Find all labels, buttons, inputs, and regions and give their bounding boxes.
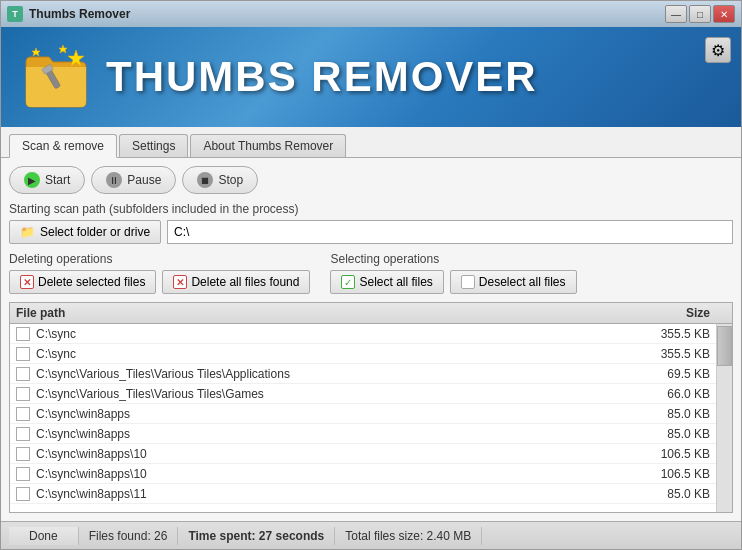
minimize-button[interactable]: — bbox=[665, 5, 687, 23]
select-folder-button[interactable]: 📁 Select folder or drive bbox=[9, 220, 161, 244]
scrollbar-thumb[interactable] bbox=[717, 326, 732, 366]
file-checkbox[interactable] bbox=[16, 347, 30, 361]
selecting-ops-section: Selecting operations ✓ Select all files … bbox=[330, 252, 576, 294]
file-path: C:\sync\win8apps\10 bbox=[36, 467, 630, 481]
deleting-ops-buttons: ✕ Delete selected files ✕ Delete all fil… bbox=[9, 270, 310, 294]
file-checkbox[interactable] bbox=[16, 467, 30, 481]
header-banner: THUMBS REMOVER ⚙ bbox=[1, 27, 741, 127]
status-bar: Done Files found: 26 Time spent: 27 seco… bbox=[1, 521, 741, 549]
delete-selected-icon: ✕ bbox=[20, 275, 34, 289]
col-path-header: File path bbox=[16, 306, 630, 320]
start-icon: ▶ bbox=[24, 172, 40, 188]
file-list-body[interactable]: C:\sync 355.5 KB C:\sync 355.5 KB C:\syn… bbox=[10, 324, 716, 512]
tab-settings[interactable]: Settings bbox=[119, 134, 188, 157]
file-path: C:\sync bbox=[36, 347, 630, 361]
folder-icon: 📁 bbox=[20, 225, 35, 239]
file-checkbox[interactable] bbox=[16, 487, 30, 501]
file-path: C:\sync\win8apps\11 bbox=[36, 487, 630, 501]
file-checkbox[interactable] bbox=[16, 427, 30, 441]
deselect-all-label: Deselect all files bbox=[479, 275, 566, 289]
file-size: 355.5 KB bbox=[630, 327, 710, 341]
pause-icon: ⏸ bbox=[106, 172, 122, 188]
select-all-icon: ✓ bbox=[341, 275, 355, 289]
stop-label: Stop bbox=[218, 173, 243, 187]
selecting-ops-buttons: ✓ Select all files Deselect all files bbox=[330, 270, 576, 294]
file-checkbox[interactable] bbox=[16, 367, 30, 381]
table-row[interactable]: C:\sync\win8apps 85.0 KB bbox=[10, 404, 716, 424]
app-logo-icon bbox=[21, 42, 91, 112]
delete-all-button[interactable]: ✕ Delete all files found bbox=[162, 270, 310, 294]
tab-about[interactable]: About Thumbs Remover bbox=[190, 134, 346, 157]
deselect-all-icon bbox=[461, 275, 475, 289]
select-all-button[interactable]: ✓ Select all files bbox=[330, 270, 443, 294]
maximize-button[interactable]: □ bbox=[689, 5, 711, 23]
delete-selected-button[interactable]: ✕ Delete selected files bbox=[9, 270, 156, 294]
status-files-found: Files found: 26 bbox=[79, 527, 179, 545]
table-row[interactable]: C:\sync 355.5 KB bbox=[10, 344, 716, 364]
file-path: C:\sync\win8apps bbox=[36, 407, 630, 421]
close-button[interactable]: ✕ bbox=[713, 5, 735, 23]
scrollbar[interactable] bbox=[716, 324, 732, 512]
title-bar: T Thumbs Remover — □ ✕ bbox=[1, 1, 741, 27]
main-window: T Thumbs Remover — □ ✕ bbox=[0, 0, 742, 550]
stop-icon: ⏹ bbox=[197, 172, 213, 188]
status-done: Done bbox=[9, 527, 79, 545]
app-title: THUMBS REMOVER bbox=[106, 53, 538, 101]
table-row[interactable]: C:\sync\win8apps 85.0 KB bbox=[10, 424, 716, 444]
status-total-size: Total files size: 2.40 MB bbox=[335, 527, 482, 545]
selecting-ops-label: Selecting operations bbox=[330, 252, 576, 266]
file-path: C:\sync bbox=[36, 327, 630, 341]
scan-path-row: 📁 Select folder or drive bbox=[9, 220, 733, 244]
file-checkbox[interactable] bbox=[16, 447, 30, 461]
logo-area: THUMBS REMOVER bbox=[21, 42, 538, 112]
status-time-spent: Time spent: 27 seconds bbox=[178, 527, 335, 545]
scan-path-section: Starting scan path (subfolders included … bbox=[9, 202, 733, 244]
file-size: 355.5 KB bbox=[630, 347, 710, 361]
file-checkbox[interactable] bbox=[16, 327, 30, 341]
table-row[interactable]: C:\sync\Various_Tiles\Various Tiles\Game… bbox=[10, 384, 716, 404]
file-path: C:\sync\win8apps\10 bbox=[36, 447, 630, 461]
svg-text:T: T bbox=[12, 9, 18, 19]
table-row[interactable]: C:\sync\win8apps\11 85.0 KB bbox=[10, 484, 716, 504]
table-row[interactable]: C:\sync\Various_Tiles\Various Tiles\Appl… bbox=[10, 364, 716, 384]
tabs-area: Scan & remove Settings About Thumbs Remo… bbox=[1, 127, 741, 158]
deselect-all-button[interactable]: Deselect all files bbox=[450, 270, 577, 294]
app-icon: T bbox=[7, 6, 23, 22]
file-checkbox[interactable] bbox=[16, 387, 30, 401]
svg-marker-5 bbox=[32, 48, 40, 56]
pause-button[interactable]: ⏸ Pause bbox=[91, 166, 176, 194]
file-path: C:\sync\win8apps bbox=[36, 427, 630, 441]
table-row[interactable]: C:\sync 355.5 KB bbox=[10, 324, 716, 344]
window-controls: — □ ✕ bbox=[665, 5, 735, 23]
stop-button[interactable]: ⏹ Stop bbox=[182, 166, 258, 194]
action-buttons-row: ▶ Start ⏸ Pause ⏹ Stop bbox=[9, 166, 733, 194]
table-row[interactable]: C:\sync\win8apps\10 106.5 KB bbox=[10, 444, 716, 464]
settings-gear-button[interactable]: ⚙ bbox=[705, 37, 731, 63]
file-size: 85.0 KB bbox=[630, 427, 710, 441]
file-size: 69.5 KB bbox=[630, 367, 710, 381]
scan-path-label: Starting scan path (subfolders included … bbox=[9, 202, 733, 216]
start-button[interactable]: ▶ Start bbox=[9, 166, 85, 194]
file-path: C:\sync\Various_Tiles\Various Tiles\Game… bbox=[36, 387, 630, 401]
file-size: 106.5 KB bbox=[630, 447, 710, 461]
tab-scan-remove[interactable]: Scan & remove bbox=[9, 134, 117, 158]
content-area: ▶ Start ⏸ Pause ⏹ Stop Starting scan pat… bbox=[1, 158, 741, 521]
file-list-header: File path Size bbox=[10, 303, 732, 324]
file-size: 66.0 KB bbox=[630, 387, 710, 401]
start-label: Start bbox=[45, 173, 70, 187]
operations-row: Deleting operations ✕ Delete selected fi… bbox=[9, 252, 733, 294]
file-checkbox[interactable] bbox=[16, 407, 30, 421]
pause-label: Pause bbox=[127, 173, 161, 187]
path-input[interactable] bbox=[167, 220, 733, 244]
svg-marker-6 bbox=[59, 45, 67, 53]
file-path: C:\sync\Various_Tiles\Various Tiles\Appl… bbox=[36, 367, 630, 381]
table-row[interactable]: C:\sync\win8apps\10 106.5 KB bbox=[10, 464, 716, 484]
select-all-label: Select all files bbox=[359, 275, 432, 289]
file-size: 85.0 KB bbox=[630, 487, 710, 501]
delete-selected-label: Delete selected files bbox=[38, 275, 145, 289]
delete-all-label: Delete all files found bbox=[191, 275, 299, 289]
window-title: Thumbs Remover bbox=[29, 7, 665, 21]
col-size-header: Size bbox=[630, 306, 710, 320]
file-size: 85.0 KB bbox=[630, 407, 710, 421]
deleting-ops-label: Deleting operations bbox=[9, 252, 310, 266]
